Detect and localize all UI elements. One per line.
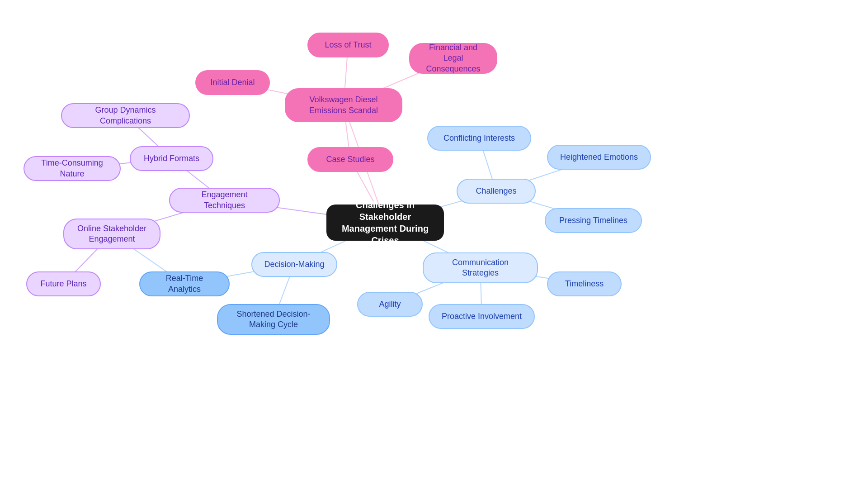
engagement-techniques-node: Engagement Techniques xyxy=(169,188,280,213)
center-node: Challenges in Stakeholder Management Dur… xyxy=(326,205,444,241)
time-consuming-node: Time-Consuming Nature xyxy=(24,156,121,181)
comm-strategies-node: Communication Strategies xyxy=(423,252,538,283)
future-plans-node: Future Plans xyxy=(26,271,101,296)
hybrid-formats-node: Hybrid Formats xyxy=(130,146,213,171)
loss-of-trust-node: Loss of Trust xyxy=(307,33,389,57)
proactive-involvement-node: Proactive Involvement xyxy=(429,304,535,329)
agility-node: Agility xyxy=(357,292,423,317)
group-dynamics-node: Group Dynamics Complications xyxy=(61,103,190,128)
timeliness-node: Timeliness xyxy=(547,271,622,296)
decision-making-node: Decision-Making xyxy=(251,252,337,277)
heightened-emotions-node: Heightened Emotions xyxy=(547,145,651,170)
challenges-node: Challenges xyxy=(457,179,536,204)
financial-legal-node: Financial and Legal Consequences xyxy=(409,43,497,74)
shortened-cycle-node: Shortened Decision-Making Cycle xyxy=(217,304,330,335)
conflicting-interests-node: Conflicting Interests xyxy=(427,126,531,151)
case-studies-node: Case Studies xyxy=(307,147,393,172)
pressing-timelines-node: Pressing Timelines xyxy=(545,208,642,233)
online-stakeholder-node: Online Stakeholder Engagement xyxy=(63,219,160,249)
initial-denial-node: Initial Denial xyxy=(195,70,270,95)
real-time-analytics-node: Real-Time Analytics xyxy=(139,271,230,296)
volkswagen-node: Volkswagen Diesel Emissions Scandal xyxy=(285,88,402,122)
